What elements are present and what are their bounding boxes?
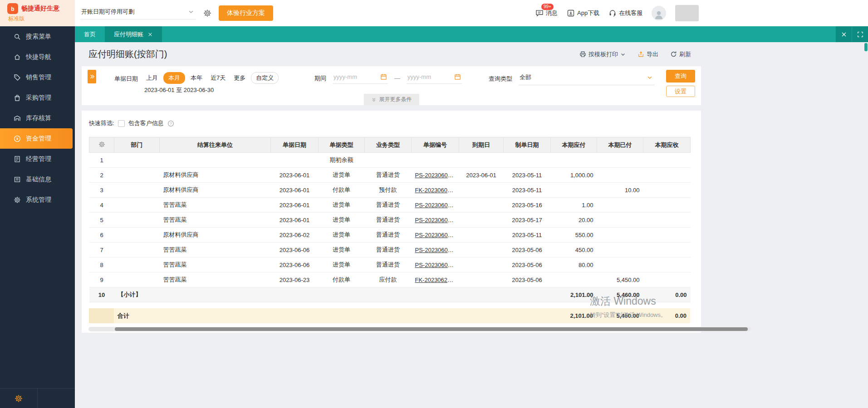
doc-number-link[interactable]: PS-20230606-0 (415, 262, 456, 268)
column-header[interactable]: 单据类型 (319, 137, 365, 153)
sidebar-item-search-menu[interactable]: 搜索菜单 (0, 26, 75, 47)
column-header[interactable]: 本期应收 (643, 137, 691, 153)
query-type-value: 全部 (520, 73, 531, 82)
doc-number-link[interactable]: FK-20230601-0 (415, 187, 456, 194)
date-option[interactable]: 近7天 (208, 72, 228, 84)
query-type-filter: 查询类型 全部 (489, 73, 655, 85)
cell-no: 5 (89, 213, 114, 228)
table-row[interactable]: 6原材料供应商2023-06-02进货单普通进货PS-20230602-0202… (89, 228, 691, 243)
sidebar-item-base-info[interactable]: 基础信息 (0, 169, 75, 189)
cell-due_date (459, 287, 504, 302)
sidebar-item-funds[interactable]: ¥资金管理 (0, 128, 73, 149)
svg-text:¥: ¥ (16, 136, 19, 141)
calendar-icon[interactable] (380, 73, 387, 80)
period-to-field[interactable] (407, 73, 446, 80)
query-type-select[interactable]: 全部 (519, 73, 655, 85)
cell-doc_type (319, 287, 365, 302)
subtotal-row[interactable]: 10【小计】2,101.005,460.000.00 (89, 287, 691, 302)
doc-number-link[interactable]: FK-20230623-0 (415, 277, 456, 283)
tab-home[interactable]: 首页 (75, 26, 105, 42)
cell-due_date (459, 257, 504, 272)
date-option[interactable]: 上月 (143, 72, 161, 84)
column-settings-header[interactable] (89, 137, 114, 153)
doc-number-link[interactable]: PS-20230601-0 (415, 172, 456, 179)
fullscreen-button[interactable] (852, 26, 868, 42)
table-row[interactable]: 9苦苦蔬菜2023-06-23付款单应付款FK-20230623-02023-0… (89, 272, 691, 287)
table-row[interactable]: 7苦苦蔬菜2023-06-06进货单普通进货PS-20230606-02023-… (89, 243, 691, 257)
cell-doc_no (412, 153, 459, 168)
search-button[interactable]: 查询 (666, 70, 695, 83)
announcement-button[interactable] (38, 389, 75, 408)
column-header[interactable]: 本期已付 (597, 137, 643, 153)
column-header[interactable]: 业务类型 (365, 137, 412, 153)
cell-due_date (459, 243, 504, 257)
column-header[interactable]: 到期日 (459, 137, 504, 153)
cell-vendor: 原材料供应商 (160, 168, 271, 183)
page-title: 应付明细账(按部门) (88, 48, 167, 60)
doc-number-link[interactable]: PS-20230601-0 (415, 217, 456, 223)
date-option[interactable]: 本月 (163, 72, 185, 84)
doc-number-link[interactable]: PS-20230601-0 (415, 202, 456, 209)
cell-doc_no: PS-20230601-0 (412, 198, 459, 213)
period-from-field[interactable] (333, 73, 373, 80)
table-row[interactable]: 8苦苦蔬菜2023-06-06进货单普通进货PS-20230606-02023-… (89, 257, 691, 272)
sidebar-item-operations[interactable]: 经营管理 (0, 149, 75, 169)
messages-label: 消息 (546, 9, 558, 17)
column-header[interactable]: 制单日期 (504, 137, 551, 153)
date-option[interactable]: 本年 (188, 72, 205, 84)
export-button[interactable]: 导出 (638, 50, 658, 58)
help-icon: ? (167, 120, 174, 127)
settings-button[interactable]: 设置 (666, 86, 695, 97)
include-customer-checkbox[interactable] (118, 120, 125, 127)
account-book-select[interactable]: 开账日期可停用可删 (80, 7, 196, 19)
cell-biz_type: 普通进货 (365, 213, 412, 228)
sidebar-item-purchase[interactable]: 采购管理 (0, 87, 75, 108)
collapse-filter-button[interactable] (88, 70, 96, 83)
sidebar-item-system[interactable]: 系统管理 (0, 189, 75, 210)
table-row[interactable]: 2原材料供应商2023-06-01进货单普通进货PS-20230601-0202… (89, 168, 691, 183)
sidebar-item-quick-nav[interactable]: 快捷导航 (0, 47, 75, 67)
close-all-tabs-button[interactable] (836, 26, 852, 42)
cell-dept (114, 228, 160, 243)
app-download-label: App下载 (577, 9, 599, 17)
period-to-input[interactable] (407, 73, 462, 84)
settings-gear-icon[interactable] (203, 9, 211, 17)
doc-number-link[interactable]: PS-20230606-0 (415, 247, 456, 253)
table-row[interactable]: 3原材料供应商2023-06-01付款单预付款FK-20230601-02023… (89, 183, 691, 198)
period-from-input[interactable] (333, 73, 388, 84)
sidebar-item-inventory[interactable]: 库存核算 (0, 108, 75, 128)
table-row[interactable]: 4苦苦蔬菜2023-06-01进货单普通进货PS-20230601-02023-… (89, 198, 691, 213)
column-header[interactable]: 结算往来单位 (160, 137, 271, 153)
column-header[interactable]: 单据编号 (412, 137, 459, 153)
sidebar-settings-button[interactable] (0, 389, 37, 408)
column-header[interactable]: 单据日期 (271, 137, 319, 153)
cell-doc_date (271, 287, 319, 302)
print-by-template-button[interactable]: 按模板打印 (579, 50, 626, 58)
industry-solution-button[interactable]: 体验行业方案 (219, 5, 273, 21)
close-tab-icon[interactable] (147, 32, 153, 37)
refresh-button[interactable]: 刷新 (670, 50, 691, 58)
table-row[interactable]: 5苦苦蔬菜2023-06-01进货单普通进货PS-20230601-02023-… (89, 213, 691, 228)
online-support-button[interactable]: 在线客服 (608, 9, 642, 17)
cell-payable (551, 272, 597, 287)
sidebar-item-sales[interactable]: 销售管理 (0, 67, 75, 87)
date-option[interactable]: 更多 (231, 72, 248, 84)
horizontal-scrollbar-thumb[interactable] (115, 327, 748, 331)
messages-button[interactable]: 99+ 消息 (535, 9, 558, 17)
app-download-button[interactable]: App下载 (567, 9, 599, 17)
date-option[interactable]: 自定义 (251, 72, 279, 84)
money-icon: ¥ (14, 135, 21, 142)
doc-number-link[interactable]: PS-20230602-0 (415, 232, 456, 238)
cell-payable: 1.00 (551, 198, 597, 213)
printer-icon (579, 51, 586, 58)
vertical-scrollbar-thumb[interactable] (864, 43, 868, 51)
column-header[interactable]: 部门 (114, 137, 160, 153)
calendar-icon[interactable] (454, 73, 461, 80)
column-header[interactable]: 本期应付 (551, 137, 597, 153)
expand-more-button[interactable]: 展开更多条件 (364, 94, 419, 105)
avatar[interactable] (652, 6, 666, 20)
horizontal-scrollbar[interactable] (88, 327, 751, 331)
table-row[interactable]: 1期初余额 (89, 153, 691, 168)
cell-dept (114, 243, 160, 257)
tab-payable-ledger[interactable]: 应付明细账 (105, 26, 162, 42)
